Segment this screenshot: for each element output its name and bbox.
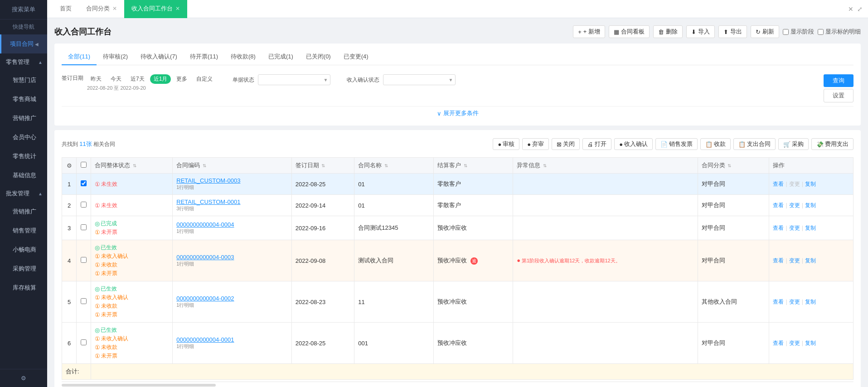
col-checkbox[interactable]	[77, 158, 91, 174]
tab-home[interactable]: 首页	[53, 0, 79, 18]
tab-contract-category[interactable]: 合同分类 ✕	[79, 0, 124, 18]
sidebar-item-wholesale-mgmt[interactable]: 批发管理 ▲	[0, 185, 47, 202]
date-btn-yesterday[interactable]: 昨天	[87, 74, 105, 84]
date-btn-today[interactable]: 今天	[107, 74, 125, 84]
sidebar-item-xiaochange[interactable]: 小畅电商	[0, 240, 47, 259]
abandon-action-btn[interactable]: ● 弃审	[522, 138, 549, 150]
filter-tab-pending-payment[interactable]: 待收款(8)	[224, 49, 262, 65]
horizontal-scrollbar[interactable]	[62, 384, 216, 387]
expense-action-btn[interactable]: 💸 费用支出	[811, 138, 853, 150]
col-contract-code[interactable]: 合同编码 ⇅	[173, 158, 291, 174]
show-stages-checkbox-label[interactable]: 显示阶段	[783, 28, 814, 36]
sidebar-item-project[interactable]: 项目合同 ◀	[0, 34, 47, 53]
contract-code-link[interactable]: RETAIL_CUSTOM-0003	[176, 177, 287, 184]
row-change-btn[interactable]: 变更	[789, 257, 800, 265]
cell-checkbox[interactable]	[77, 323, 91, 364]
filter-tab-all[interactable]: 全部(11)	[62, 49, 97, 65]
col-contract-name[interactable]: 合同名称 ⇅	[354, 158, 434, 174]
contract-code-link[interactable]: 0000000000004-0004	[176, 221, 287, 228]
col-exception[interactable]: 异常信息 ⇅	[513, 158, 698, 174]
cell-checkbox[interactable]	[77, 281, 91, 323]
kanban-btn[interactable]: ▦ 合同看板	[609, 25, 650, 38]
sidebar-nav-header[interactable]: 快捷导航	[0, 19, 47, 34]
cell-checkbox[interactable]	[77, 216, 91, 240]
purchase-action-btn[interactable]: 🛒 采购	[778, 138, 809, 150]
row-view-btn[interactable]: 查看	[773, 298, 784, 306]
window-maximize-btn[interactable]: ⤢	[857, 5, 863, 13]
delete-btn[interactable]: 🗑 删除	[653, 25, 683, 38]
row-copy-btn[interactable]: 复制	[805, 298, 816, 306]
row-view-btn[interactable]: 查看	[773, 339, 784, 347]
show-stages-checkbox[interactable]	[783, 29, 789, 35]
row-view-btn[interactable]: 查看	[773, 180, 784, 188]
export-btn[interactable]: ⬆ 导出	[718, 25, 747, 38]
row-change-btn[interactable]: 变更	[789, 202, 800, 209]
sidebar-item-marketing[interactable]: 营销推广	[0, 109, 47, 128]
sidebar-item-sales-mgmt[interactable]: 销售管理	[0, 221, 47, 240]
show-details-checkbox[interactable]	[818, 29, 824, 35]
date-btn-last1month[interactable]: 近1月	[150, 74, 171, 84]
select-all-checkbox[interactable]	[81, 162, 87, 168]
row-copy-btn[interactable]: 复制	[805, 224, 816, 232]
review-action-btn[interactable]: ● 审核	[493, 138, 519, 150]
filter-tab-completed[interactable]: 已完成(1)	[262, 49, 300, 65]
sidebar-item-retail-mgmt[interactable]: 零售管理 ▲	[0, 53, 47, 71]
row-change-btn[interactable]: 变更	[789, 224, 800, 232]
row-copy-btn[interactable]: 复制	[805, 202, 816, 209]
show-details-checkbox-label[interactable]: 显示标的明细	[818, 28, 861, 36]
contract-code-link[interactable]: 0000000000004-0001	[176, 336, 287, 343]
row-copy-btn[interactable]: 复制	[805, 180, 816, 188]
col-customer[interactable]: 结算客户 ⇅	[433, 158, 513, 174]
collection-action-btn[interactable]: 📋 收款	[700, 138, 731, 150]
sidebar-search[interactable]: 搜索菜单	[0, 0, 47, 19]
refresh-btn[interactable]: ↻ 刷新	[751, 25, 779, 38]
sales-invoice-action-btn[interactable]: 📄 销售发票	[655, 138, 698, 150]
import-btn[interactable]: ⬇ 导入	[686, 25, 715, 38]
sidebar-item-retail-stat[interactable]: 零售统计	[0, 147, 47, 166]
doc-status-select[interactable]	[258, 74, 330, 85]
date-btn-custom[interactable]: 自定义	[193, 74, 216, 84]
row-view-btn[interactable]: 查看	[773, 202, 784, 209]
col-sign-date[interactable]: 签订日期 ⇅	[291, 158, 354, 174]
row-copy-btn[interactable]: 复制	[805, 257, 816, 265]
sidebar-item-basic-info[interactable]: 基础信息	[0, 166, 47, 185]
sidebar-item-marketing2[interactable]: 营销推广	[0, 202, 47, 221]
sidebar-item-inventory[interactable]: 库存核算	[0, 278, 47, 297]
tab-income-workbench[interactable]: 收入合同工作台 ✕	[124, 0, 187, 18]
cell-checkbox[interactable]	[77, 195, 91, 216]
filter-tab-pending-review[interactable]: 待审核(2)	[97, 49, 134, 65]
window-close-btn[interactable]: ✕	[848, 5, 853, 13]
sidebar-item-smart-store[interactable]: 智慧门店	[0, 71, 47, 90]
output-contract-action-btn[interactable]: 📋 支出合同	[733, 138, 776, 150]
col-overall-status[interactable]: 合同整体状态 ⇅	[91, 158, 173, 174]
contract-code-link[interactable]: 0000000000004-0002	[176, 295, 287, 302]
date-btn-more[interactable]: 更多	[173, 74, 191, 84]
sidebar-settings-btn[interactable]: ⚙	[0, 369, 47, 387]
contract-code-link[interactable]: RETAIL_CUSTOM-0001	[176, 198, 287, 205]
row-change-btn[interactable]: 变更	[789, 298, 800, 306]
sidebar-item-purchase-mgmt[interactable]: 采购管理	[0, 259, 47, 278]
row-change-btn[interactable]: 变更	[789, 339, 800, 347]
income-confirm-select[interactable]	[383, 74, 456, 85]
filter-tab-pending-confirm[interactable]: 待收入确认(7)	[134, 49, 184, 65]
filter-setting-btn[interactable]: 设置	[824, 89, 853, 102]
cell-checkbox[interactable]	[77, 240, 91, 281]
col-category[interactable]: 合同分类 ⇅	[698, 158, 769, 174]
sidebar-item-member[interactable]: 会员中心	[0, 128, 47, 147]
expand-btn[interactable]: ∨ 展开更多条件	[437, 109, 479, 117]
filter-tab-closed[interactable]: 已关闭(0)	[300, 49, 337, 65]
close-action-btn[interactable]: ⊠ 关闭	[552, 138, 580, 150]
tab-close-contract-category[interactable]: ✕	[112, 5, 117, 12]
query-btn[interactable]: 查询	[824, 74, 853, 87]
filter-tab-pending-invoice[interactable]: 待开票(11)	[184, 49, 224, 65]
new-btn[interactable]: + + 新增	[573, 25, 605, 38]
contract-code-link[interactable]: 0000000000004-0003	[176, 254, 287, 261]
row-view-btn[interactable]: 查看	[773, 224, 784, 232]
sidebar-item-retail-mall[interactable]: 零售商城	[0, 90, 47, 109]
row-view-btn[interactable]: 查看	[773, 257, 784, 265]
col-settings[interactable]: ⚙	[62, 158, 77, 174]
filter-tab-changed[interactable]: 已变更(4)	[337, 49, 375, 65]
date-btn-last7[interactable]: 近7天	[127, 74, 148, 84]
print-action-btn[interactable]: 🖨 打开	[582, 138, 611, 150]
tab-close-income-workbench[interactable]: ✕	[175, 5, 180, 12]
